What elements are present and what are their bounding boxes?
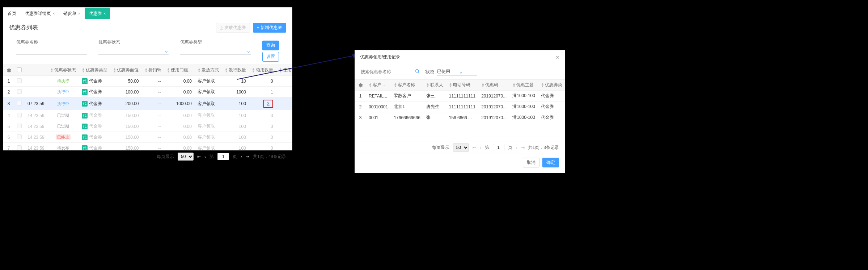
per-page-select[interactable]: 50 <box>453 144 469 151</box>
row-discount: -- <box>141 76 164 87</box>
row-time: 14 23:59 <box>25 143 47 150</box>
receive-count-link[interactable]: 3 <box>263 100 273 108</box>
table-row[interactable]: 3000117666666666张156 6666 ...2019120​70.… <box>355 112 565 123</box>
modal-status-select[interactable]: 已使用 ⌄ <box>437 68 477 76</box>
col-coupon-type[interactable]: ▲▼优惠券类 <box>538 80 565 91</box>
modal-search[interactable] <box>361 69 420 75</box>
col-issue-qty[interactable]: ▲▼发行数量 <box>222 65 249 76</box>
coupon-table-wrap[interactable]: ▲▼优惠券状态 ▲▼优惠券类型 ▲▼优惠券面值 ▲▼折扣% ▲▼使用门槛... … <box>3 65 292 150</box>
filter-type: 优惠券类型 ⌄ <box>180 39 251 55</box>
table-row[interactable]: 614 23:59已终止代代金券150.00--0.00客户领取10000 <box>3 132 292 143</box>
row-face: 150.00 <box>110 132 142 143</box>
row-checkbox[interactable] <box>14 76 25 87</box>
last-page-button[interactable]: ⇥ <box>521 145 525 150</box>
distribute-coupon-button[interactable]: 发放优惠券 <box>216 23 250 33</box>
col-discount[interactable]: ▲▼折扣% <box>141 65 164 76</box>
close-icon[interactable]: × <box>103 8 106 19</box>
row-cust-name: 零散客户 <box>391 91 423 101</box>
row-type: 代代金券 <box>79 76 110 87</box>
row-face: 100.00 <box>110 87 142 97</box>
row-status: 待发布 <box>47 143 79 150</box>
row-issue-qty: 100 <box>222 143 249 150</box>
next-page-button[interactable]: › <box>516 145 517 150</box>
filter-type-label: 优惠券类型 <box>180 39 251 45</box>
col-cust-code[interactable]: ▲▼客户... <box>366 80 391 91</box>
row-phone: 11111111111 <box>446 101 478 112</box>
row-checkbox[interactable] <box>14 132 25 143</box>
row-threshold: 0.00 <box>164 110 195 121</box>
receive-count-link[interactable]: 1 <box>271 90 273 95</box>
row-coupon-type: 代金券 <box>538 91 565 101</box>
row-recv-qty: 0 <box>249 121 276 132</box>
col-checkbox[interactable] <box>14 65 25 76</box>
row-method: 客户领取 <box>195 110 222 121</box>
row-checkbox[interactable] <box>14 110 25 121</box>
col-coupon-subject[interactable]: ▲▼优惠主题 <box>509 80 538 91</box>
col-contact[interactable]: ▲▼联系人 <box>423 80 446 91</box>
prev-page-button[interactable]: ‹ <box>204 154 206 159</box>
usage-table-wrap[interactable]: ▲▼客户... ▲▼客户名称 ▲▼联系人 ▲▼电话号码 ▲▼优惠码 ▲▼优惠主题… <box>355 79 565 141</box>
tab-销货单[interactable]: 销货单× <box>59 8 84 19</box>
last-page-button[interactable]: ⇥ <box>246 154 249 159</box>
prev-page-button[interactable]: ‹ <box>480 145 481 150</box>
col-phone[interactable]: ▲▼电话号码 <box>446 80 478 91</box>
confirm-button[interactable]: 确定 <box>542 158 559 167</box>
close-icon[interactable]: × <box>52 8 55 19</box>
page-input[interactable] <box>493 144 504 151</box>
col-method[interactable]: ▲▼发放方式 <box>195 65 222 76</box>
col-recv-qty[interactable]: ▲▼领用数量 <box>249 65 276 76</box>
table-row[interactable]: 414 23:59已过期代代金券150.00--0.00客户领取10000 <box>3 110 292 121</box>
table-row[interactable]: 1待执行代代金券50.00--0.00客户领取1000 <box>3 76 292 87</box>
table-row[interactable]: 714 23:59待发布代代金券150.00--0.00客户领取10000 <box>3 143 292 150</box>
first-page-button[interactable]: ⇤ <box>473 145 476 150</box>
add-coupon-button[interactable]: + 新增优惠券 <box>253 23 286 33</box>
settings-button[interactable]: 设置 <box>262 52 279 62</box>
tab-优惠券[interactable]: 优惠券× <box>85 8 110 19</box>
row-threshold: 0.00 <box>164 143 195 150</box>
filter-name-input[interactable] <box>16 47 87 55</box>
row-status: 待执行 <box>47 76 79 87</box>
tab-优惠券详情页[interactable]: 优惠券详情页× <box>21 8 59 19</box>
row-checkbox[interactable] <box>14 87 25 97</box>
filter-type-select[interactable]: ⌄ <box>180 47 251 55</box>
col-status[interactable]: ▲▼优惠券状态 <box>47 65 79 76</box>
search-icon[interactable] <box>415 69 420 75</box>
table-row[interactable]: 2执行中代代金券100.00--0.00客户领取100010 <box>3 87 292 97</box>
col-face[interactable]: ▲▼优惠券面值 <box>110 65 142 76</box>
row-time <box>25 87 47 97</box>
row-checkbox[interactable] <box>14 143 25 150</box>
table-row[interactable]: 514 23:59已过期代代金券150.00--0.00客户领取10000 <box>3 121 292 132</box>
table-row[interactable]: 200010001北京1唐先生111111111112019120​70...满… <box>355 101 565 112</box>
pager-summary: 共1页，49条记录 <box>253 154 286 160</box>
next-page-button[interactable]: › <box>241 154 242 159</box>
col-cust-name[interactable]: ▲▼客户名称 <box>391 80 423 91</box>
col-gear[interactable] <box>355 80 366 91</box>
close-icon[interactable]: ✕ <box>555 54 560 60</box>
first-page-button[interactable]: ⇤ <box>197 154 201 159</box>
col-gear[interactable] <box>3 65 14 76</box>
close-icon[interactable]: × <box>78 8 80 19</box>
row-cust-code: RETAIL... <box>366 91 391 101</box>
row-cust-code: 00010001 <box>366 101 391 112</box>
cancel-button[interactable]: 取消 <box>523 158 539 167</box>
col-type[interactable]: ▲▼优惠券类型 <box>79 65 110 76</box>
per-page-select[interactable]: 50 <box>178 153 194 161</box>
col-threshold[interactable]: ▲▼使用门槛... <box>164 65 195 76</box>
col-use-qty[interactable]: ▲▼使用数量 <box>276 65 292 76</box>
filter-status-select[interactable]: ⌄ <box>98 47 169 55</box>
row-status: 执行中 <box>47 87 79 97</box>
table-row[interactable]: 307 23:59执行中代代金券200.00--1000.00客户领取10031 <box>3 97 292 110</box>
tab-首页[interactable]: 首页 <box>3 8 21 19</box>
modal-search-input[interactable] <box>361 69 415 74</box>
row-checkbox[interactable] <box>14 97 25 110</box>
row-checkbox[interactable] <box>14 121 25 132</box>
voucher-icon: 代 <box>82 113 88 119</box>
row-threshold: 0.00 <box>164 76 195 87</box>
col-coupon-code[interactable]: ▲▼优惠码 <box>478 80 509 91</box>
table-row[interactable]: 1RETAIL...零散客户张三111111111112019120​70...… <box>355 91 565 101</box>
query-button[interactable]: 查询 <box>262 41 279 50</box>
page-suffix: 页 <box>508 145 512 151</box>
row-issue-qty: 100 <box>222 110 249 121</box>
page-input[interactable] <box>217 153 229 160</box>
row-recv-qty: 3 <box>249 97 276 110</box>
